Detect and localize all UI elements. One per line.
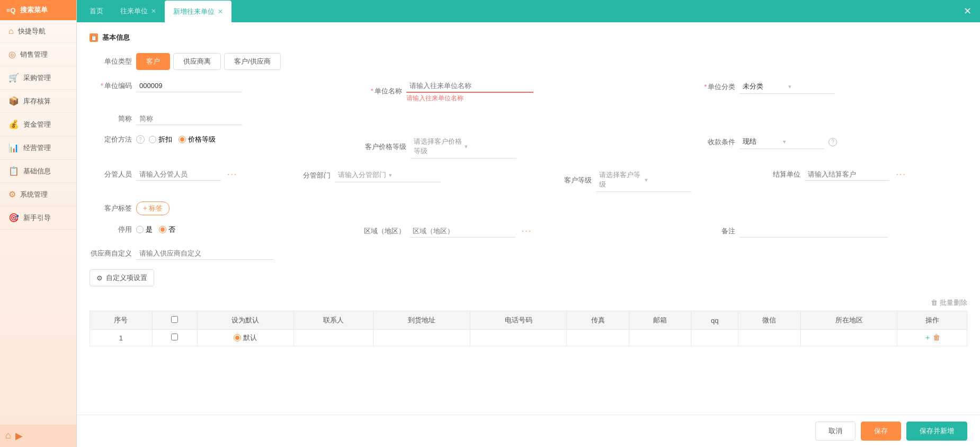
sidebar-item-operations[interactable]: 📊 经营管理 [0,136,76,160]
unit-type-label: 单位类型 [90,57,132,66]
customer-level-field: 客户等级 请选择客户等级 ▾ [549,168,759,192]
sidebar-label-basic: 基础信息 [23,166,51,176]
payment-terms-help-icon[interactable]: ? [828,138,837,146]
sidebar-label-finance: 资金管理 [23,120,51,129]
supplier-custom-input[interactable] [136,247,274,260]
close-all-tabs[interactable]: ✕ [959,3,976,19]
tab-home[interactable]: 首页 [81,0,112,22]
th-address: 到货地址 [373,311,470,330]
unit-code-field: *单位编码 [90,80,364,92]
unit-name-input[interactable] [406,80,533,93]
sidebar-label-sales: 销售管理 [20,50,48,59]
manager-field: 分管人员 ··· [90,168,299,181]
disable-no-label: 否 [168,225,175,234]
sidebar-item-finance[interactable]: 💰 资金管理 [0,113,76,136]
remark-field: 备注 [693,225,967,238]
type-btn-both[interactable]: 客户/供应商 [224,53,281,70]
table-row: 1 默认 [90,330,967,346]
short-name-input[interactable] [136,112,242,125]
disable-no[interactable]: 否 [159,225,175,234]
home-icon: ⌂ [8,27,14,36]
tab-new-partner[interactable]: 新增往来单位 ✕ [165,1,231,23]
row-add-btn[interactable]: ＋ [924,333,931,341]
customer-price-placeholder: 请选择客户价格等级 [414,137,462,156]
settlement-field: 结算单位 ··· [758,168,967,181]
region-more-btn[interactable]: ··· [520,226,534,236]
custom-settings-label: 自定义项设置 [106,273,147,283]
sales-icon: ◎ [8,49,16,59]
disable-yes[interactable]: 是 [136,225,153,234]
unit-code-required: * [101,82,103,90]
tab-partners[interactable]: 往来单位 ✕ [112,0,165,22]
sidebar-item-quick-nav[interactable]: ⌂ 快捷导航 [0,20,76,43]
disable-row: 停用 是 否 区域（地区） [90,225,967,238]
disable-no-outer [159,226,166,233]
sidebar-home-btn[interactable]: ⌂ [5,430,11,442]
pricing-help-icon[interactable]: ? [136,135,145,144]
sidebar-item-guide[interactable]: 🎯 新手引导 [0,206,76,230]
tab-partners-close[interactable]: ✕ [151,7,156,15]
settlement-more-btn[interactable]: ··· [894,170,908,179]
sidebar-item-sales[interactable]: ◎ 销售管理 [0,43,76,66]
delete-icon: 🗑 [931,299,938,306]
pricing-radio-price-level[interactable]: 价格等级 [179,135,216,144]
th-email: 邮箱 [629,311,691,330]
row-delete-btn[interactable]: 🗑 [933,333,940,341]
payment-terms-select[interactable]: 现结 ▾ [740,135,824,149]
sidebar-item-inventory[interactable]: 📦 库存核算 [0,90,76,113]
discount-radio-outer [149,136,156,143]
remark-input[interactable] [740,225,888,238]
sidebar: ≡Q 搜索菜单 ⌂ 快捷导航 ◎ 销售管理 🛒 采购管理 📦 库存核算 💰 资金… [0,0,77,447]
department-arrow: ▾ [389,172,438,179]
unit-type-row: 单位类型 客户 供应商离 客户/供应商 [90,53,967,70]
sidebar-search[interactable]: ≡Q 搜索菜单 [0,0,76,20]
section-title-text: 基本信息 [102,33,130,42]
manager-more-btn[interactable]: ··· [225,170,239,179]
cell-contact [294,330,373,346]
price-level-radio-inner [180,137,184,142]
batch-delete-label: 批量删除 [940,299,967,306]
sidebar-item-basic[interactable]: 📋 基础信息 [0,160,76,183]
customer-level-select[interactable]: 请选择客户等级 ▾ [596,168,691,192]
manager-input[interactable] [136,168,221,181]
sidebar-label-purchase: 采购管理 [23,73,51,83]
remark-label: 备注 [693,226,735,236]
cell-phone [470,330,567,346]
customer-level-arrow: ▾ [645,177,688,183]
pricing-radio-discount[interactable]: 折扣 [149,135,172,144]
customer-price-select[interactable]: 请选择客户价格等级 ▾ [411,135,516,159]
pricing-row: 定价方法 ? 折扣 价格等级 客户价格等级 [90,135,967,159]
cancel-button[interactable]: 取消 [815,422,856,441]
type-btn-customer[interactable]: 客户 [136,53,170,70]
sidebar-expand-btn[interactable]: ▶ [15,430,23,442]
department-select[interactable]: 请输入分管部门 ▾ [335,168,441,182]
batch-delete-btn[interactable]: 🗑 批量删除 [931,298,967,308]
tab-new-partner-close[interactable]: ✕ [218,8,223,15]
sidebar-bottom: ⌂ ▶ [0,425,76,447]
unit-name-required: * [371,87,373,95]
settlement-input[interactable] [805,168,889,181]
row-default-radio[interactable]: 默认 [203,333,289,343]
unit-category-select[interactable]: 未分类 ▾ [740,80,835,94]
contacts-table-section: 🗑 批量删除 序号 设为默认 联系人 到货地址 电话号码 传真 邮箱 q [90,298,967,346]
type-btn-supplier[interactable]: 供应商离 [173,53,221,70]
pricing-label: 定价方法 [90,135,132,144]
purchase-icon: 🛒 [8,73,19,83]
unit-code-input[interactable] [136,80,242,92]
region-input[interactable] [409,225,515,238]
discount-label: 折扣 [158,135,172,144]
save-new-button[interactable]: 保存并新增 [906,422,967,441]
row-checkbox[interactable] [171,334,178,340]
save-button[interactable]: 保存 [861,422,901,441]
add-tag-btn[interactable]: + 标签 [136,201,170,215]
sidebar-label-system: 系统管理 [20,190,48,199]
sidebar-item-purchase[interactable]: 🛒 采购管理 [0,66,76,90]
custom-settings-btn[interactable]: ⚙ 自定义项设置 [90,269,154,286]
customer-price-arrow: ▾ [465,143,513,150]
sidebar-item-system[interactable]: ⚙ 系统管理 [0,183,76,206]
region-field: 区域（地区） ··· [364,225,693,238]
tab-home-label: 首页 [90,6,103,16]
select-all-checkbox[interactable] [171,316,178,323]
customer-price-field: 客户价格等级 请选择客户价格等级 ▾ [364,135,693,159]
th-fax: 传真 [567,311,629,330]
